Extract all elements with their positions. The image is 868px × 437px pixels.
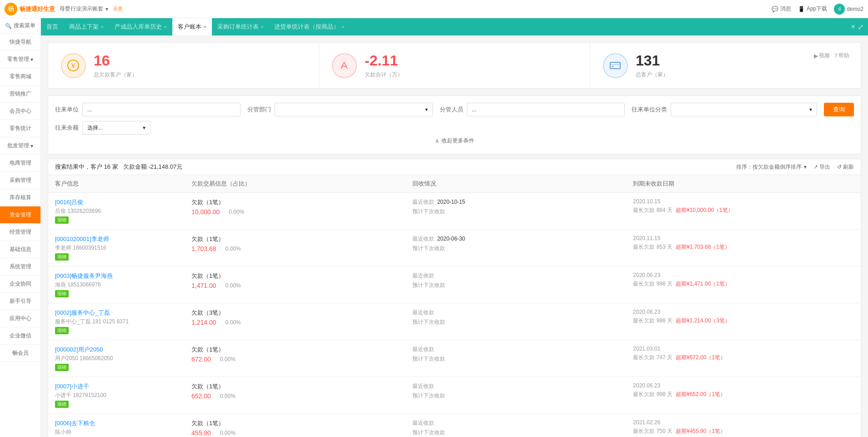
tab-product-history[interactable]: 产成品入库单历史 × <box>109 18 172 35</box>
sidebar-search[interactable]: 🔍 搜索菜单 <box>0 18 40 34</box>
last-collect-label: 最近收款 <box>412 383 436 389</box>
user-avatar[interactable]: d demo2 <box>834 4 863 15</box>
tab-close-purchase-stat[interactable]: × <box>341 25 344 30</box>
app-download-button[interactable]: 📱 App下载 <box>798 5 827 13</box>
source-unit-input[interactable]: ... <box>82 103 241 116</box>
customer-contact: 海燕 18513066976 <box>55 281 191 289</box>
tab-close-product-history[interactable]: × <box>164 25 167 30</box>
filter-person: 分管人员 ... <box>440 103 625 116</box>
debt-amount[interactable]: 1,703.68 <box>191 245 216 252</box>
table-row: [0001020001]李老师 李老师 18600391516 现销 欠款（1笔… <box>48 230 861 266</box>
customer-name[interactable]: [0002]服务中心_丁磊 <box>55 309 191 317</box>
help-link[interactable]: ? 帮助 <box>834 52 849 60</box>
person-input[interactable]: ... <box>467 103 625 116</box>
sidebar-item-new-guide[interactable]: 新手引导 <box>0 293 40 310</box>
debt-cell: 欠款（1笔） 1,703.68 0.00% <box>191 235 412 261</box>
tab-purchase-order[interactable]: 采购订单统计表 × <box>212 18 269 35</box>
chevron-down-icon: ▾ <box>30 56 33 63</box>
sidebar-item-system-mgmt[interactable]: 系统管理 <box>0 258 40 276</box>
customer-name[interactable]: [0003]畅捷服务尹海燕 <box>55 272 191 280</box>
close-all-tabs-button[interactable]: × <box>851 23 855 31</box>
refresh-button[interactable]: ↺ 刷新 <box>837 163 854 171</box>
last-collect-label: 最近收款 <box>412 236 436 242</box>
sidebar-item-retail-stats[interactable]: 零售统计 <box>0 120 40 137</box>
debt-cell: 欠款（1笔） 1,471.00 0.00% <box>191 272 412 297</box>
collapse-button[interactable]: ∧ 收起更多条件 <box>55 135 854 147</box>
balance-select[interactable]: 选择... ▾ <box>82 121 151 135</box>
customer-cell: [000002]用户2050 用户2050 18665062050 现销 <box>55 346 191 371</box>
search-button[interactable]: 查询 <box>824 103 854 116</box>
debt-count: 欠款（1笔） <box>191 198 224 206</box>
overdue-link[interactable]: 超期¥1,471.00（1笔） <box>676 281 730 287</box>
stat-card-total-customers: 131 总客户（家） ▶ 视频 ? 帮助 <box>590 43 861 88</box>
tab-product-off[interactable]: 商品上下架 × <box>64 18 109 35</box>
debt-amount[interactable]: 672.00 <box>191 356 211 363</box>
sidebar-item-ecommerce[interactable]: 电商管理 <box>0 155 40 172</box>
sidebar-item-app-center[interactable]: 应用中心 <box>0 310 40 327</box>
sidebar-item-enterprise-wechat[interactable]: 企业微信 <box>0 327 40 345</box>
customer-name[interactable]: [000002]用户2050 <box>55 346 191 354</box>
sidebar-item-marketing[interactable]: 营销推广 <box>0 85 40 103</box>
tab-home[interactable]: 首页 <box>41 18 64 35</box>
tab-customer-account[interactable]: 客户账本 × <box>172 18 212 35</box>
sidebar-item-quick-nav[interactable]: 快捷导航 <box>0 34 40 51</box>
overdue-days: 最长欠款 998 天 <box>633 317 674 324</box>
customer-contact: 用户2050 18665062050 <box>55 355 191 362</box>
chevron-down-icon: ▾ <box>425 106 428 113</box>
chevron-down-icon: ▾ <box>804 164 807 170</box>
debt-amount[interactable]: 652.00 <box>191 392 211 400</box>
avatar: d <box>834 4 845 15</box>
debt-count: 欠款（1笔） <box>191 419 224 427</box>
maximize-button[interactable]: ⤢ <box>858 23 863 31</box>
sidebar-item-member-center[interactable]: 会员中心 <box>0 103 40 120</box>
export-button[interactable]: ↗ 导出 <box>813 163 830 171</box>
col-header-collect: 回收情况 <box>412 180 633 188</box>
debt-cell: 欠款（1笔） 455.90 0.00% <box>191 419 412 437</box>
video-link[interactable]: ▶ 视频 <box>814 52 830 60</box>
tab-purchase-stat[interactable]: 进货单统计表（按商品） × <box>269 18 350 35</box>
customer-contact: 服务中心_丁磊 181 0125 8371 <box>55 318 191 326</box>
overdue-days: 最长欠款 747 天 <box>633 354 674 361</box>
debt-amount[interactable]: 1,214.00 <box>191 319 216 326</box>
debt-amount[interactable]: 1,471.00 <box>191 282 216 289</box>
sidebar-item-vip-member[interactable]: 畅会员 <box>0 345 40 362</box>
stat-icon-debtors: ¥ <box>60 52 87 79</box>
sidebar-item-purchase-mgmt[interactable]: 采购管理 <box>0 172 40 189</box>
overdue-link[interactable]: 超期¥1,214.00（3笔） <box>676 317 730 324</box>
results-bar: 搜索结果中，客户 16 家 欠款金额 -21,148.07元 排序：按欠款金额倒… <box>48 159 861 175</box>
debt-amount[interactable]: 10,000.00 <box>191 208 220 216</box>
sort-select[interactable]: 排序：按欠款金额倒序排序 ▾ <box>736 163 807 171</box>
debtors-label: 总欠款客户（家） <box>94 71 307 79</box>
sidebar-item-finance[interactable]: 资金管理 <box>0 206 40 224</box>
sidebar-item-enterprise-collab[interactable]: 企业协同 <box>0 276 40 293</box>
customer-name[interactable]: [0007]小进干 <box>55 382 191 391</box>
store-selector[interactable]: 母婴行业演示账套 ▾ <box>60 5 108 13</box>
tab-close-customer-account[interactable]: × <box>204 25 206 30</box>
overdue-days: 最长欠款 750 天 <box>633 428 674 434</box>
customer-name[interactable]: [0001020001]李老师 <box>55 235 191 243</box>
overdue-link[interactable]: 超期¥672.00（1笔） <box>676 354 726 361</box>
dept-select[interactable]: ▾ <box>275 103 433 116</box>
overdue-link[interactable]: 超期¥652.00（1笔） <box>676 391 726 397</box>
customer-name[interactable]: [0006]去下粮仓 <box>55 419 191 427</box>
page-content: ¥ 16 总欠款客户（家） <box>41 35 868 437</box>
sidebar-item-batch-mgmt[interactable]: 批发管理 ▾ <box>0 137 40 155</box>
sidebar-item-retail-mgmt[interactable]: 零售管理 ▾ <box>0 51 40 68</box>
tab-close-product-off[interactable]: × <box>101 25 104 30</box>
customer-name[interactable]: [0016]吕俊 <box>55 198 191 206</box>
overdue-link[interactable]: 超期¥10,000.00（1笔） <box>676 207 733 213</box>
debt-percent: 0.00% <box>220 430 236 436</box>
message-button[interactable]: 💬 消息 <box>772 5 791 13</box>
sidebar-item-basic-info[interactable]: 基础信息 <box>0 241 40 258</box>
debt-cell: 欠款（1笔） 652.00 0.00% <box>191 382 412 408</box>
last-collect-date: 2020-10-15 <box>437 199 465 205</box>
tip-link[interactable]: 示意 <box>113 5 123 12</box>
debt-amount[interactable]: 455.90 <box>191 429 211 437</box>
unit-category-select[interactable]: ▾ <box>671 103 817 116</box>
overdue-link[interactable]: 超期¥1,703.68（1笔） <box>676 244 730 250</box>
sidebar-item-inventory[interactable]: 库存核算 <box>0 189 40 206</box>
sidebar-item-business-mgmt[interactable]: 经营管理 <box>0 224 40 241</box>
overdue-link[interactable]: 超期¥455.90（1笔） <box>676 428 726 434</box>
sidebar-item-retail-mall[interactable]: 零售商城 <box>0 68 40 85</box>
tab-close-purchase-order[interactable]: × <box>261 25 264 30</box>
